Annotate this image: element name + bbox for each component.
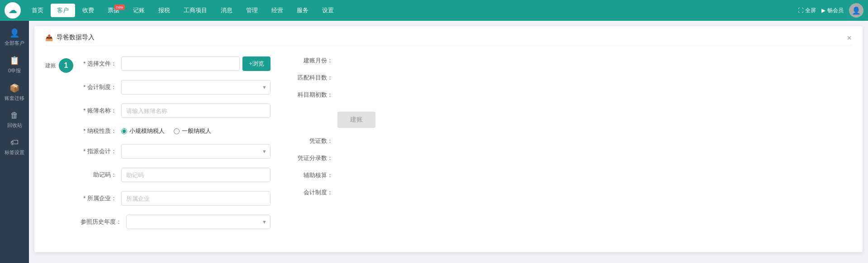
file-label: * 选择文件： — [81, 60, 117, 68]
accountant-select[interactable] — [121, 144, 270, 159]
app-logo: ☁ — [5, 2, 21, 19]
match-subjects-label: 匹配科目数： — [292, 74, 333, 82]
nav-item-工商项目[interactable]: 工商项目 — [177, 4, 213, 17]
memo-row: 助记码： — [81, 168, 270, 182]
memo-input[interactable] — [121, 168, 270, 182]
logo-icon: ☁ — [9, 5, 17, 15]
upload-icon: 📤 — [45, 34, 53, 41]
form-left: * 选择文件： +浏览 * 会计制度： 小企业会计准则 — [81, 56, 270, 238]
account-system-label: * 会计制度： — [81, 83, 117, 91]
step-indicator: 建账 1 — [45, 56, 73, 238]
tax-general-label: 一般纳税人 — [182, 127, 211, 135]
declaration-icon: 📋 — [9, 56, 19, 66]
fullscreen-icon: ⛶ — [798, 7, 803, 14]
subject-initial-label: 科目期初数： — [292, 91, 333, 99]
tax-small-option[interactable]: 小规模纳税人 — [121, 127, 165, 135]
account-name-label: * 账簿名称： — [81, 107, 117, 115]
ref-year-wrapper: ▼ — [126, 215, 270, 229]
account-month-label: 建账月份： — [292, 56, 333, 65]
file-row: * 选择文件： +浏览 — [81, 56, 270, 71]
fullscreen-button[interactable]: ⛶ 全屏 — [798, 7, 816, 14]
nav-item-经营[interactable]: 经营 — [265, 4, 289, 17]
nav-item-收费[interactable]: 收费 — [76, 4, 100, 17]
account-system-select[interactable]: 小企业会计准则 企业会计准则 行政单位会计制度 — [121, 80, 270, 94]
aux-accounting-label: 辅助核算： — [292, 171, 333, 179]
account-system-wrapper: 小企业会计准则 企业会计准则 行政单位会计制度 ▼ — [121, 80, 270, 94]
sidebar-item-declaration[interactable]: 📋0申报 — [0, 52, 29, 78]
step-label: 建账 — [45, 58, 56, 70]
avatar[interactable]: 👤 — [849, 3, 863, 18]
match-subjects-row: 匹配科目数： — [292, 74, 852, 82]
account-name-input[interactable] — [121, 103, 270, 118]
ref-year-row: 参照历史年度： ▼ — [81, 215, 270, 229]
avatar-icon: 👤 — [852, 6, 861, 15]
nav-items: 首页客户收费票据new记账报税工商项目消息管理经营服务设置 — [25, 4, 798, 17]
tax-type-radio-group: 小规模纳税人 一般纳税人 — [121, 127, 270, 135]
nav-right: ⛶ 全屏 ▶ 畅会员 👤 — [798, 3, 863, 18]
browse-button[interactable]: +浏览 — [242, 56, 270, 71]
nav-item-票据[interactable]: 票据new — [101, 4, 126, 17]
close-button[interactable]: × — [847, 33, 852, 43]
company-row: * 所属企业： — [81, 191, 270, 206]
nav-badge-票据: new — [114, 5, 125, 10]
step-circle: 1 — [59, 58, 73, 73]
sidebar-item-all-clients[interactable]: 👤全部客户 — [0, 24, 29, 50]
file-input[interactable] — [121, 56, 240, 71]
nav-item-服务[interactable]: 服务 — [290, 4, 315, 17]
voucher-count-row: 凭证数： — [292, 137, 852, 145]
account-name-row: * 账簿名称： — [81, 103, 270, 118]
nav-item-消息[interactable]: 消息 — [214, 4, 239, 17]
nav-item-客户[interactable]: 客户 — [51, 4, 75, 17]
tax-type-label: * 纳税性质： — [81, 127, 117, 135]
tax-small-label: 小规模纳税人 — [129, 127, 165, 135]
tax-general-radio[interactable] — [174, 128, 180, 134]
tax-general-option[interactable]: 一般纳税人 — [174, 127, 211, 135]
create-account-button[interactable]: 建账 — [337, 112, 375, 128]
info-account-system-label: 会计制度： — [292, 188, 333, 197]
main-content: 📤 导爸数据导入 × 建账 1 * 选择文件： +浏览 — [29, 21, 868, 263]
recycle-icon: 🗑 — [10, 111, 19, 120]
aux-accounting-row: 辅助核算： — [292, 171, 852, 179]
ref-year-label: 参照历史年度： — [81, 218, 122, 226]
voucher-entries-row: 凭证分录数： — [292, 154, 852, 162]
panel-header: 📤 导爸数据导入 — [45, 33, 852, 46]
layout: 👤全部客户📋0申报📦账套迁移🗑回收站🏷标签设置 📤 导爸数据导入 × 建账 1 — [0, 21, 868, 263]
vip-label: 畅会员 — [827, 7, 844, 14]
nav-item-报税[interactable]: 报税 — [152, 4, 176, 17]
accountant-wrapper: ▼ — [121, 144, 270, 159]
top-nav: ☁ 首页客户收费票据new记账报税工商项目消息管理经营服务设置 ⛶ 全屏 ▶ 畅… — [0, 0, 868, 21]
create-account-btn-row: 建账 — [292, 108, 852, 128]
fullscreen-label: 全屏 — [805, 7, 816, 14]
memo-label: 助记码： — [81, 171, 117, 179]
form-right: 建账月份： 匹配科目数： 科目期初数： 建账 — [270, 56, 852, 238]
sidebar-item-tag-settings[interactable]: 🏷标签设置 — [0, 134, 29, 160]
all-clients-label: 全部客户 — [5, 40, 24, 47]
company-label: * 所属企业： — [81, 194, 117, 202]
all-clients-icon: 👤 — [9, 28, 19, 38]
sidebar: 👤全部客户📋0申报📦账套迁移🗑回收站🏷标签设置 — [0, 21, 29, 263]
tax-small-radio[interactable] — [121, 128, 127, 134]
account-migration-label: 账套迁移 — [5, 95, 24, 102]
import-panel: 📤 导爸数据导入 × 建账 1 * 选择文件： +浏览 — [34, 26, 863, 252]
sidebar-item-recycle[interactable]: 🗑回收站 — [0, 107, 29, 132]
panel-title: 导爸数据导入 — [57, 33, 95, 42]
ref-year-select[interactable] — [126, 215, 270, 229]
vip-button[interactable]: ▶ 畅会员 — [821, 7, 844, 14]
account-month-row: 建账月份： — [292, 56, 852, 65]
recycle-label: 回收站 — [7, 122, 22, 129]
nav-item-设置[interactable]: 设置 — [316, 4, 340, 17]
company-input[interactable] — [121, 191, 270, 206]
accountant-row: * 指派会计： ▼ — [81, 144, 270, 159]
subject-initial-row: 科目期初数： — [292, 91, 852, 99]
sidebar-item-account-migration[interactable]: 📦账套迁移 — [0, 80, 29, 105]
tax-type-row: * 纳税性质： 小规模纳税人 一般纳税人 — [81, 127, 270, 135]
nav-item-记账[interactable]: 记账 — [127, 4, 151, 17]
nav-item-管理[interactable]: 管理 — [240, 4, 264, 17]
voucher-entries-label: 凭证分录数： — [292, 154, 333, 162]
voucher-count-label: 凭证数： — [292, 137, 333, 145]
account-migration-icon: 📦 — [9, 83, 19, 93]
info-account-system-row: 会计制度： — [292, 188, 852, 197]
file-input-group: +浏览 — [121, 56, 270, 71]
nav-item-首页[interactable]: 首页 — [25, 4, 50, 17]
account-system-row: * 会计制度： 小企业会计准则 企业会计准则 行政单位会计制度 ▼ — [81, 80, 270, 94]
